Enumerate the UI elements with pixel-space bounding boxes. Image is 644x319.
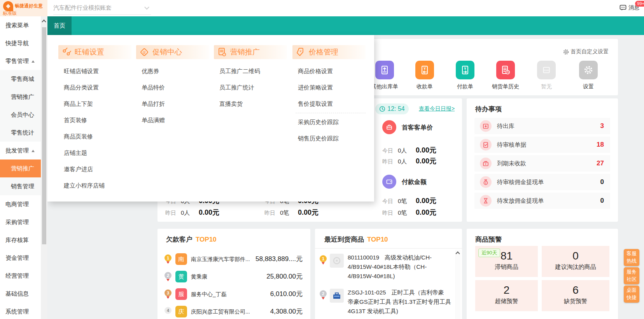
tab-home[interactable]: 首页	[47, 16, 72, 35]
sidebar-item-retail-mall[interactable]: 零售商城	[0, 70, 41, 88]
sidebar-item-operations[interactable]: 经营管理	[0, 267, 41, 285]
menu-item-coupon[interactable]: 优惠券	[136, 63, 209, 79]
shortcut-settings[interactable]: 设置	[579, 61, 598, 79]
svg-text:¥: ¥	[464, 67, 466, 71]
messages-count-badge: 99+	[635, 1, 644, 7]
rank-badge: 4	[164, 307, 172, 314]
menu-item-product-page-decor[interactable]: 商品页装修	[58, 128, 131, 145]
scroll-up-icon[interactable]	[455, 251, 460, 256]
app-window: 畅捷通好生意 标准版 汽车配件行业模拟账套 消息 99+ 搜索菜单 快捷导航 零…	[0, 0, 644, 319]
menu-item-shop-theme[interactable]: 店铺主题	[58, 145, 131, 161]
debtor-row[interactable]: 2 黄 黄乘康 25,800.00元	[164, 269, 304, 284]
sidebar-item-marketing-promotion[interactable]: 营销推广	[0, 160, 41, 177]
menu-item-shop-setup[interactable]: 旺铺店铺设置	[58, 63, 131, 79]
logo: 畅捷通好生意 标准版	[0, 0, 47, 16]
sidebar-group-wholesale[interactable]: 批发管理	[0, 142, 41, 160]
sidebar-group-retail[interactable]: 零售管理	[0, 52, 41, 70]
debtor-row[interactable]: 3 服 服务中心_丁磊 6,010.00元	[164, 286, 304, 302]
edge-tab-community[interactable]: 服务社区	[624, 267, 639, 284]
shortcut-empty-slot[interactable]: icon 暂无	[537, 61, 556, 79]
menu-item-gift-with-purchase[interactable]: 单品满赠	[136, 112, 209, 128]
menu-item-special-price[interactable]: 单品特价	[136, 79, 209, 96]
shortcut-payment-voucher[interactable]: ¥ 付款单	[456, 61, 474, 79]
messages-button[interactable]: 消息 99+	[620, 4, 639, 11]
product-alerts-panel: 商品预警 近90天 81 滞销商品 0 建议淘汰的商品 2 超储预警 6 缺货预	[467, 229, 618, 319]
divider	[296, 113, 366, 113]
sidebar-item-system[interactable]: 系统管理	[0, 303, 41, 319]
stat-row: 昨日0笔0.00元	[382, 208, 436, 217]
daily-report-link[interactable]: 查看今日日报>	[419, 105, 455, 112]
sidebar-scrollbar[interactable]	[41, 16, 47, 319]
avatar: 服	[175, 288, 187, 300]
alert-slow-moving[interactable]: 近90天 81 滞销商品	[475, 246, 538, 277]
gear-icon	[563, 49, 569, 55]
menu-item-invite-customers[interactable]: 邀客户进店	[58, 161, 131, 177]
sidebar-item-sales-mgmt[interactable]: 销售管理	[0, 177, 41, 195]
alerts-title: 商品预警	[475, 235, 502, 244]
svg-text:icon: icon	[544, 69, 549, 72]
todo-panel: 待办事项 待出库 3 待审核单据 18 ¥ 到期未收款 27 ¥ 待审核佣金提现…	[467, 98, 618, 222]
menu-item-create-miniprogram[interactable]: 建立小程序店铺	[58, 177, 131, 194]
shortcut-receipt-voucher[interactable]: ¥ 收款单	[415, 61, 434, 79]
chevron-down-icon	[144, 5, 149, 10]
alert-out-of-stock[interactable]: 6 缺货预警	[542, 280, 609, 311]
shop-settings-icon	[61, 47, 72, 57]
menu-item-discount[interactable]: 单品打折	[136, 96, 209, 112]
time-badge: 12: 54	[375, 103, 409, 114]
menu-item-product-price-setup[interactable]: 商品价格设置	[292, 63, 366, 79]
menu-item-staff-qrcode[interactable]: 员工推广二维码	[214, 63, 287, 79]
marketing-mega-menu: 旺铺设置 旺铺店铺设置 商品分类设置 商品上下架 首页装修 商品页装修 店铺主题…	[47, 35, 374, 202]
menu-item-listing[interactable]: 商品上下架	[58, 96, 131, 112]
sidebar-item-retail-stats[interactable]: 零售统计	[0, 124, 41, 142]
svg-text:¥: ¥	[299, 49, 302, 53]
sidebar-item-inventory[interactable]: 库存核算	[0, 231, 41, 249]
sidebar-item-funds[interactable]: 资金管理	[0, 249, 41, 267]
collapse-arrow-icon	[32, 60, 35, 63]
outbound-pending-icon	[482, 123, 489, 130]
stat-row: 昨日0笔0.00元	[264, 208, 318, 217]
sidebar-item-ecommerce[interactable]: 电商管理	[0, 195, 41, 213]
debtor-row[interactable]: 1 南 南京玉潍康汽车零部件... 58,883,889....元	[164, 251, 304, 267]
sidebar-item-purchase[interactable]: 采购管理	[0, 213, 41, 231]
arrival-row[interactable]: 1 8011100019高级发动机油/CH-4/B915W-40#18L本特勒（…	[320, 253, 451, 281]
debtor-row[interactable]: 4 庆 庆阳兴彦工贸有限公司... 4,308.00元	[164, 304, 304, 319]
menu-header: 营销推广	[214, 45, 287, 59]
top10-tag: TOP10	[196, 236, 217, 243]
arrival-row[interactable]: 2 ZSGJ-101-025正时工具（吉利帝豪 帝豪GS正时工具 吉利1.3T正…	[320, 288, 451, 316]
medal-gold-icon: 1	[320, 255, 327, 262]
menu-item-staff-promo-stats[interactable]: 员工推广统计	[214, 79, 287, 96]
sidebar-item-search-menu[interactable]: 搜索菜单	[0, 16, 41, 34]
menu-item-sales-price-history[interactable]: 销售历史价跟踪	[292, 130, 366, 147]
sidebar-item-member-center[interactable]: 会员中心	[0, 106, 41, 124]
menu-item-sale-price-extract[interactable]: 售价提取设置	[292, 96, 366, 112]
alert-overstock[interactable]: 2 超储预警	[475, 280, 538, 311]
menu-item-category-setup[interactable]: 商品分类设置	[58, 79, 131, 96]
todo-item-audit-docs[interactable]: 待审核单据 18	[474, 137, 610, 153]
account-book-select[interactable]: 汽车配件行业模拟账套	[53, 1, 151, 15]
menu-item-live-selling[interactable]: 直播卖货	[214, 96, 287, 112]
menu-item-purchase-price-policy[interactable]: 进价策略设置	[292, 79, 366, 96]
todo-item-commission-payout[interactable]: 待发放佣金提现单 0	[474, 193, 610, 209]
placeholder-icon: icon	[541, 65, 551, 75]
shortcut-sales-history[interactable]: 销货单历史	[496, 61, 515, 79]
shortcut-other-outbound[interactable]: 其他出库单	[375, 61, 394, 79]
menu-item-home-decor[interactable]: 首页装修	[58, 112, 131, 128]
arrivals-title: 最近到货商品TOP10	[324, 235, 388, 244]
sidebar-item-retail-marketing[interactable]: 营销推广	[0, 88, 41, 106]
scrollbar-thumb[interactable]	[42, 27, 46, 244]
scroll-up-icon[interactable]	[42, 19, 46, 24]
todo-item-overdue-receivable[interactable]: ¥ 到期未收款 27	[474, 155, 610, 172]
menu-item-purchase-price-history[interactable]: 采购历史价跟踪	[292, 114, 366, 130]
menu-header: 旺铺设置	[58, 45, 131, 59]
todo-item-outbound[interactable]: 待出库 3	[474, 118, 610, 134]
list-scrollbar[interactable]	[455, 250, 460, 319]
alert-suggest-remove[interactable]: 0 建议淘汰的商品	[542, 246, 609, 277]
debtors-panel: 欠款客户TOP10 1 南 南京玉潍康汽车零部件... 58,883,889..…	[158, 229, 310, 319]
svg-text:促: 促	[142, 51, 146, 54]
edge-tab-hotline[interactable]: 客服热线	[624, 249, 639, 266]
homepage-customize-link[interactable]: 首页自定义设置	[563, 48, 609, 55]
todo-item-commission-audit[interactable]: ¥ 待审核佣金提现单 0	[474, 174, 610, 190]
sidebar-item-base-info[interactable]: 基础信息	[0, 285, 41, 303]
sidebar-item-quick-nav[interactable]: 快捷导航	[0, 34, 41, 52]
edge-tab-desktop-shortcut[interactable]: 桌面快捷	[624, 286, 639, 303]
